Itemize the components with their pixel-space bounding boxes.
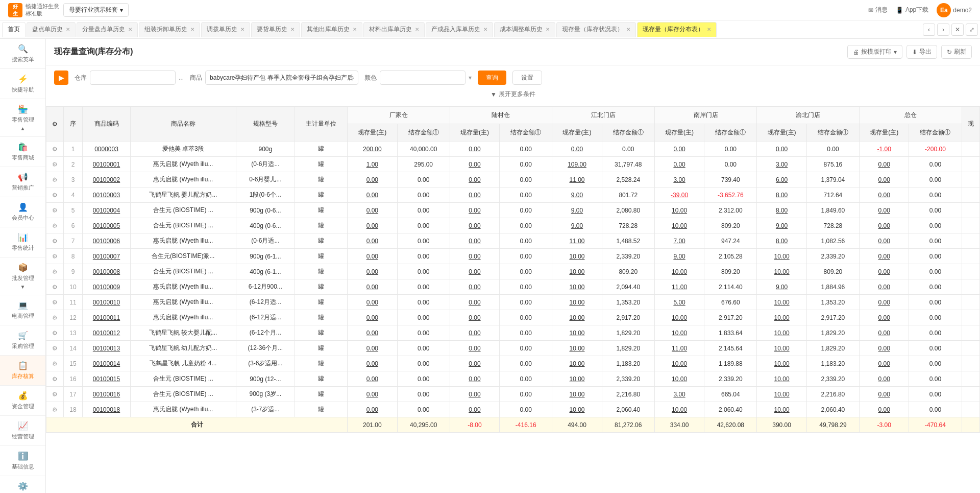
tab-close-icon[interactable]: ✕ [546,27,550,32]
row-na-qty[interactable]: 11.00 [654,279,704,295]
user-menu[interactable]: Ea demo2 [937,3,972,17]
row-chang-qty[interactable]: 0.00 [348,218,397,233]
row-lu-qty[interactable]: 0.00 [450,325,499,341]
tab-stock-table[interactable]: 现存量（库存状况表） ✕ [556,22,636,37]
row-total-qty[interactable]: 0.00 [859,279,909,295]
row-lu-qty[interactable]: 0.00 [450,203,499,218]
tab-spot-history[interactable]: 盘点单历史 ✕ [27,22,76,37]
row-total-qty[interactable]: 0.00 [859,172,909,187]
row-code[interactable]: 00100008 [83,264,131,279]
row-yb-qty[interactable]: 10.00 [757,310,806,325]
gear-cell[interactable]: ⚙ [46,341,64,356]
row-code[interactable]: 00100014 [83,356,131,371]
row-total-qty[interactable]: 0.00 [859,157,909,172]
tab-close-icon[interactable]: ✕ [483,27,487,32]
row-na-qty[interactable]: 11.00 [654,341,704,356]
gear-cell[interactable]: ⚙ [46,295,64,310]
row-total-qty[interactable]: 0.00 [859,187,909,203]
row-yb-qty[interactable]: 8.00 [757,187,806,203]
row-code[interactable]: 00100011 [83,310,131,325]
row-total-qty[interactable]: 0.00 [859,233,909,249]
row-jb-qty[interactable]: 9.00 [552,203,602,218]
row-lu-qty[interactable]: 0.00 [450,356,499,371]
sidebar-item-operations[interactable]: 📈 经营管理 [0,416,45,446]
row-jb-qty[interactable]: 10.00 [552,295,602,310]
row-lu-qty[interactable]: 0.00 [450,371,499,387]
row-code[interactable]: 00100006 [83,233,131,249]
row-total-qty[interactable]: 0.00 [859,356,909,371]
row-jb-qty[interactable]: 10.00 [552,310,602,325]
tab-expand-btn[interactable]: ⤢ [966,24,978,36]
row-total-qty[interactable]: 0.00 [859,218,909,233]
sidebar-item-system[interactable]: ⚙️ 系统管理 [0,476,45,493]
row-total-qty[interactable]: 0.00 [859,249,909,264]
row-na-qty[interactable]: 0.00 [654,142,704,157]
gear-cell[interactable]: ⚙ [46,325,64,341]
row-code[interactable]: 00100001 [83,157,131,172]
sidebar-item-retail-stats[interactable]: 📊 零售统计 [0,227,45,257]
row-total-qty[interactable]: 0.00 [859,203,909,218]
color-input[interactable] [380,71,465,85]
row-chang-qty[interactable]: 0.00 [348,187,397,203]
row-code[interactable]: 00100005 [83,218,131,233]
warehouse-dots[interactable]: ... [179,74,184,81]
gear-cell[interactable]: ⚙ [46,264,64,279]
row-code[interactable]: 00100015 [83,371,131,387]
row-na-qty[interactable]: 3.00 [654,172,704,187]
row-lu-qty[interactable]: 0.00 [450,249,499,264]
row-na-qty[interactable]: 10.00 [654,310,704,325]
row-lu-qty[interactable]: 0.00 [450,387,499,402]
row-total-qty[interactable]: 0.00 [859,264,909,279]
row-yb-qty[interactable]: 10.00 [757,371,806,387]
tab-other-out[interactable]: 其他出库单历史 ✕ [301,22,362,37]
row-lu-qty[interactable]: 0.00 [450,295,499,310]
row-yb-qty[interactable]: 6.00 [757,172,806,187]
row-total-qty[interactable]: 0.00 [859,371,909,387]
gear-cell[interactable]: ⚙ [46,279,64,295]
sidebar-item-marketing[interactable]: 📢 营销推广 [0,167,45,197]
color-dropdown-icon[interactable]: ▾ [469,74,472,81]
sidebar-item-retail-mall[interactable]: 🛍️ 零售商城 [0,137,45,167]
tab-stock-dist[interactable]: 现存量（库存分布表） ✕ [637,22,717,37]
sidebar-item-shortcut[interactable]: ⚡ 快捷导航 [0,69,45,99]
row-yb-qty[interactable]: 8.00 [757,203,806,218]
row-lu-qty[interactable]: 0.00 [450,157,499,172]
row-chang-qty[interactable]: 0.00 [348,356,397,371]
export-btn[interactable]: ⬇ 导出 [906,45,937,59]
tab-spot-sub[interactable]: 分量盘点单历史 ✕ [77,22,138,37]
refresh-btn[interactable]: ↻ 刷新 [941,45,972,59]
row-total-qty[interactable]: -1.00 [859,142,909,157]
setting-btn[interactable]: 设置 [512,71,542,85]
tab-order[interactable]: 要货单历史 ✕ [251,22,300,37]
row-na-qty[interactable]: 10.00 [654,218,704,233]
gear-cell[interactable]: ⚙ [46,203,64,218]
row-chang-qty[interactable]: 0.00 [348,402,397,417]
row-na-qty[interactable]: 9.00 [654,249,704,264]
expand-conditions-btn[interactable]: ▼ 展开更多条件 [486,88,540,101]
row-jb-qty[interactable]: 10.00 [552,279,602,295]
row-jb-qty[interactable]: 10.00 [552,249,602,264]
row-lu-qty[interactable]: 0.00 [450,264,499,279]
row-yb-qty[interactable]: 3.00 [757,157,806,172]
sidebar-item-stock[interactable]: 📋 库存核算 [0,356,45,386]
row-code[interactable]: 00100007 [83,249,131,264]
row-na-qty[interactable]: 10.00 [654,356,704,371]
row-chang-qty[interactable]: 0.00 [348,387,397,402]
row-yb-qty[interactable]: 0.00 [757,142,806,157]
row-chang-qty[interactable]: 200.00 [348,142,397,157]
goods-input[interactable] [205,71,358,85]
row-total-qty[interactable]: 0.00 [859,341,909,356]
row-yb-qty[interactable]: 9.00 [757,279,806,295]
row-total-qty[interactable]: 0.00 [859,310,909,325]
table-container[interactable]: ⚙ 序 商品编码 商品名称 规格型号 主计量单位 厂家仓 陆村仓 江北门店 南岸… [46,106,980,493]
row-yb-qty[interactable]: 10.00 [757,402,806,417]
row-lu-qty[interactable]: 0.00 [450,142,499,157]
row-chang-qty[interactable]: 0.00 [348,341,397,356]
sidebar-item-search[interactable]: 🔍 搜索英单 [0,39,45,69]
gear-cell[interactable]: ⚙ [46,310,64,325]
row-lu-qty[interactable]: 0.00 [450,218,499,233]
gear-cell[interactable]: ⚙ [46,233,64,249]
row-na-qty[interactable]: 5.00 [654,295,704,310]
tab-product-in[interactable]: 产成品入库单历史 ✕ [426,22,493,37]
gear-cell[interactable]: ⚙ [46,356,64,371]
